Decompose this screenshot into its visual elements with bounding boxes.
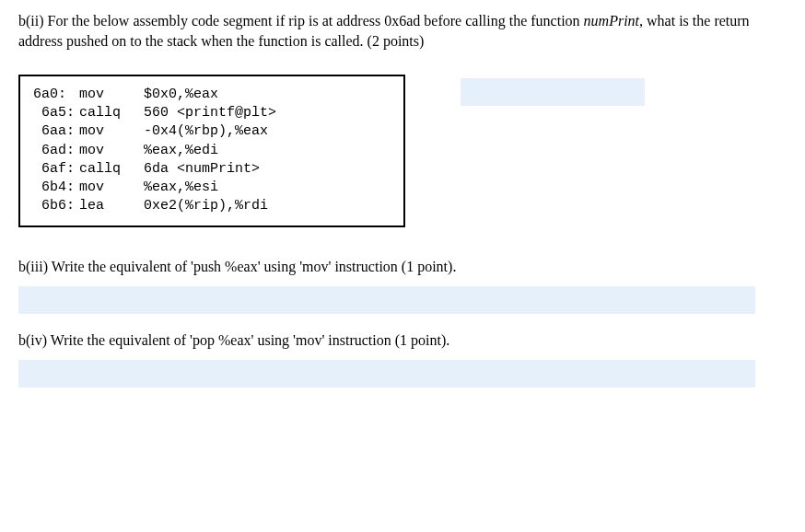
code-op: lea — [79, 197, 144, 215]
code-line: 6aa:mov-0x4(%rbp),%eax — [33, 122, 391, 141]
code-addr: 6aa: — [33, 122, 79, 141]
code-args: 560 <printf@plt> — [144, 105, 276, 121]
answer-field-biv[interactable] — [18, 360, 755, 387]
code-args: $0x0,%eax — [144, 87, 218, 102]
answer-field-biii[interactable] — [18, 286, 755, 314]
code-args: %eax,%esi — [144, 179, 218, 195]
code-line: 6a5:callq560 <printf@plt> — [33, 104, 391, 122]
code-op: mov — [79, 142, 144, 160]
code-op: mov — [79, 86, 144, 104]
code-addr: 6ad: — [33, 142, 79, 160]
code-line: 6b6:lea0xe2(%rip),%rdi — [33, 197, 391, 215]
code-args: -0x4(%rbp),%eax — [144, 123, 268, 139]
code-op: callq — [79, 160, 144, 179]
question-bii-text: b(ii) For the below assembly code segmen… — [18, 11, 787, 52]
code-op: mov — [79, 122, 144, 141]
question-bii-italic: numPrint, — [584, 13, 643, 29]
code-addr: 6a5: — [33, 104, 79, 122]
code-addr: 6af: — [33, 160, 79, 179]
question-biv-text: b(iv) Write the equivalent of 'pop %eax'… — [18, 330, 787, 351]
code-addr: 6b4: — [33, 179, 79, 197]
assembly-code-box: 6a0:mov$0x0,%eax 6a5:callq560 <printf@pl… — [18, 75, 405, 227]
code-args: 6da <numPrint> — [144, 161, 260, 177]
code-and-answer-row: 6a0:mov$0x0,%eax 6a5:callq560 <printf@pl… — [18, 75, 787, 249]
question-biii-text: b(iii) Write the equivalent of 'push %ea… — [18, 257, 787, 277]
code-args: %eax,%edi — [144, 143, 218, 158]
code-args: 0xe2(%rip),%rdi — [144, 198, 268, 214]
answer-field-bii[interactable] — [461, 78, 645, 106]
code-line: 6af:callq6da <numPrint> — [33, 160, 391, 179]
code-op: mov — [79, 179, 144, 197]
question-bii-part1: b(ii) For the below assembly code segmen… — [18, 13, 584, 29]
code-op: callq — [79, 104, 144, 122]
code-addr: 6b6: — [33, 197, 79, 215]
code-addr: 6a0: — [33, 86, 79, 104]
code-line: 6a0:mov$0x0,%eax — [33, 86, 391, 104]
code-line: 6b4:mov%eax,%esi — [33, 179, 391, 197]
code-line: 6ad:mov%eax,%edi — [33, 142, 391, 160]
